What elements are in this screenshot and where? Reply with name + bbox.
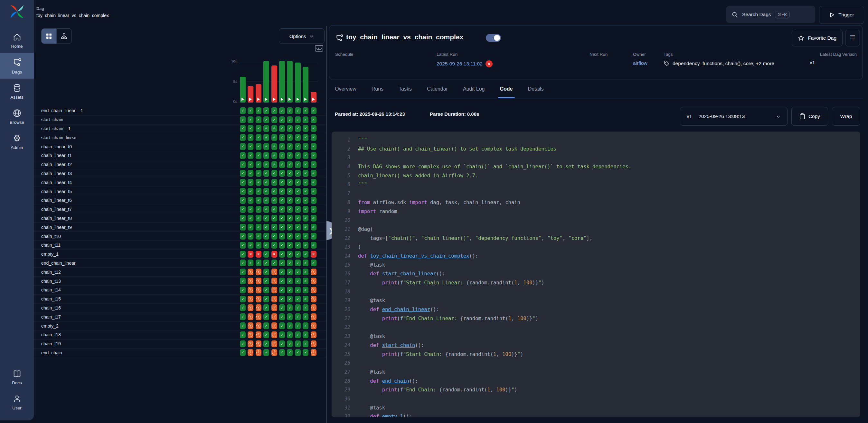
task-instance-success-icon[interactable]: ✓ bbox=[240, 269, 246, 275]
task-instance-success-icon[interactable]: ✓ bbox=[295, 170, 301, 177]
task-instance-success-icon[interactable]: ✓ bbox=[271, 143, 277, 150]
task-row[interactable]: chain_t19✓↑↑✓↑✓✓✓✓↑ bbox=[34, 339, 327, 348]
task-instance-success-icon[interactable]: ✓ bbox=[240, 259, 246, 266]
task-instance-success-icon[interactable]: ✓ bbox=[279, 116, 285, 123]
task-instance-success-icon[interactable]: ✓ bbox=[264, 287, 269, 293]
task-instance-success-icon[interactable]: ✓ bbox=[264, 313, 269, 320]
task-instance-success-icon[interactable]: ✓ bbox=[303, 215, 308, 222]
task-name[interactable]: chain_t12 bbox=[41, 270, 61, 275]
task-instance-upstream_failed-icon[interactable]: ↑ bbox=[248, 295, 253, 303]
task-instance-success-icon[interactable]: ✓ bbox=[295, 287, 301, 293]
tab-details[interactable]: Details bbox=[528, 80, 544, 98]
task-name[interactable]: chain_t17 bbox=[41, 314, 61, 319]
task-instance-upstream_failed-icon[interactable]: ↑ bbox=[271, 295, 277, 303]
task-instance-success-icon[interactable]: ✓ bbox=[279, 161, 285, 168]
task-instance-upstream_failed-icon[interactable]: ↑ bbox=[271, 340, 277, 347]
dag-run-bar[interactable] bbox=[295, 62, 301, 103]
task-instance-success-icon[interactable]: ✓ bbox=[287, 322, 293, 329]
dag-run-bar[interactable] bbox=[248, 86, 253, 103]
task-instance-success-icon[interactable]: ✓ bbox=[311, 179, 316, 186]
task-instance-success-icon[interactable]: ✓ bbox=[287, 170, 293, 177]
task-instance-success-icon[interactable]: ✓ bbox=[256, 107, 261, 114]
task-name[interactable]: end_chain_linear bbox=[41, 260, 76, 266]
task-instance-success-icon[interactable]: ✓ bbox=[303, 278, 308, 284]
task-instance-upstream_failed-icon[interactable]: ↑ bbox=[311, 349, 316, 356]
task-instance-success-icon[interactable]: ✓ bbox=[303, 340, 308, 347]
task-instance-success-icon[interactable]: ✓ bbox=[311, 206, 316, 213]
task-instance-success-icon[interactable]: ✓ bbox=[311, 188, 316, 195]
dag-run-bar[interactable] bbox=[240, 77, 246, 103]
task-instance-success-icon[interactable]: ✓ bbox=[295, 304, 301, 311]
task-name[interactable]: chain_t16 bbox=[41, 305, 61, 310]
task-row[interactable]: end_chain_linear__1✓✓✓✓✓✓✓✓✓✓ bbox=[34, 106, 327, 115]
task-instance-success-icon[interactable]: ✓ bbox=[240, 197, 246, 204]
task-instance-success-icon[interactable]: ✓ bbox=[240, 233, 246, 239]
task-instance-success-icon[interactable]: ✓ bbox=[287, 215, 293, 222]
task-instance-success-icon[interactable]: ✓ bbox=[303, 107, 308, 114]
task-instance-upstream_failed-icon[interactable]: ↑ bbox=[311, 269, 316, 275]
task-instance-success-icon[interactable]: ✓ bbox=[287, 152, 293, 159]
task-name[interactable]: empty_1 bbox=[41, 252, 59, 257]
task-instance-failed-icon[interactable]: ✕ bbox=[256, 251, 261, 258]
task-instance-success-icon[interactable]: ✓ bbox=[240, 278, 246, 284]
task-instance-success-icon[interactable]: ✓ bbox=[271, 161, 277, 168]
task-instance-failed-icon[interactable]: ✕ bbox=[248, 251, 253, 258]
task-instance-success-icon[interactable]: ✓ bbox=[311, 233, 316, 239]
task-instance-success-icon[interactable]: ✓ bbox=[240, 206, 246, 213]
task-instance-success-icon[interactable]: ✓ bbox=[303, 161, 308, 168]
task-name[interactable]: start_chain_linear bbox=[41, 135, 77, 140]
task-instance-success-icon[interactable]: ✓ bbox=[295, 134, 301, 141]
task-instance-success-icon[interactable]: ✓ bbox=[264, 179, 269, 186]
task-instance-success-icon[interactable]: ✓ bbox=[303, 313, 308, 320]
task-instance-success-icon[interactable]: ✓ bbox=[287, 313, 293, 320]
task-instance-success-icon[interactable]: ✓ bbox=[279, 278, 285, 284]
task-instance-upstream_failed-icon[interactable]: ↑ bbox=[248, 313, 253, 320]
task-instance-upstream_failed-icon[interactable]: ↑ bbox=[271, 278, 277, 284]
task-name[interactable]: chain_t15 bbox=[41, 296, 61, 302]
task-instance-success-icon[interactable]: ✓ bbox=[264, 349, 269, 356]
task-instance-success-icon[interactable]: ✓ bbox=[240, 304, 246, 311]
task-instance-success-icon[interactable]: ✓ bbox=[287, 269, 293, 275]
task-instance-success-icon[interactable]: ✓ bbox=[240, 215, 246, 222]
task-instance-success-icon[interactable]: ✓ bbox=[311, 242, 316, 249]
task-instance-upstream_failed-icon[interactable]: ↑ bbox=[248, 304, 253, 311]
task-instance-success-icon[interactable]: ✓ bbox=[287, 287, 293, 293]
failed-state-badge[interactable]: ✕ bbox=[486, 60, 493, 67]
task-instance-success-icon[interactable]: ✓ bbox=[311, 259, 316, 266]
task-instance-success-icon[interactable]: ✓ bbox=[256, 179, 261, 186]
task-instance-upstream_failed-icon[interactable]: ↑ bbox=[248, 332, 253, 338]
task-instance-success-icon[interactable]: ✓ bbox=[303, 224, 308, 230]
task-instance-success-icon[interactable]: ✓ bbox=[295, 143, 301, 150]
task-row[interactable]: end_chain✓↑↑✓↑✓✓✓✓↑ bbox=[34, 348, 327, 358]
task-instance-success-icon[interactable]: ✓ bbox=[240, 143, 246, 150]
task-instance-success-icon[interactable]: ✓ bbox=[248, 179, 253, 186]
task-instance-success-icon[interactable]: ✓ bbox=[303, 242, 308, 249]
task-instance-success-icon[interactable]: ✓ bbox=[295, 215, 301, 222]
task-instance-success-icon[interactable]: ✓ bbox=[287, 349, 293, 356]
task-instance-success-icon[interactable]: ✓ bbox=[240, 322, 246, 329]
task-instance-success-icon[interactable]: ✓ bbox=[279, 313, 285, 320]
task-instance-success-icon[interactable]: ✓ bbox=[287, 197, 293, 204]
task-instance-success-icon[interactable]: ✓ bbox=[264, 278, 269, 284]
task-row[interactable]: chain_linear_t3✓✓✓✓✓✓✓✓✓✓ bbox=[34, 169, 327, 178]
task-row[interactable]: chain_linear_t8✓✓✓✓✓✓✓✓✓✓ bbox=[34, 214, 327, 223]
task-name[interactable]: chain_t13 bbox=[41, 279, 61, 284]
task-instance-success-icon[interactable]: ✓ bbox=[287, 259, 293, 266]
task-name[interactable]: end_chain bbox=[41, 350, 62, 355]
task-instance-success-icon[interactable]: ✓ bbox=[264, 259, 269, 266]
task-instance-success-icon[interactable]: ✓ bbox=[240, 349, 246, 356]
task-instance-success-icon[interactable]: ✓ bbox=[271, 179, 277, 186]
task-instance-upstream_failed-icon[interactable]: ↑ bbox=[248, 278, 253, 284]
task-instance-success-icon[interactable]: ✓ bbox=[303, 304, 308, 311]
task-instance-success-icon[interactable]: ✓ bbox=[295, 233, 301, 239]
task-instance-success-icon[interactable]: ✓ bbox=[279, 206, 285, 213]
task-instance-success-icon[interactable]: ✓ bbox=[303, 125, 308, 132]
task-instance-success-icon[interactable]: ✓ bbox=[264, 322, 269, 329]
task-instance-success-icon[interactable]: ✓ bbox=[287, 224, 293, 230]
task-instance-success-icon[interactable]: ✓ bbox=[311, 197, 316, 204]
dag-pause-toggle[interactable] bbox=[486, 34, 501, 42]
task-row[interactable]: start_chain✓✓✓✓✓✓✓✓✓✓ bbox=[34, 115, 327, 124]
task-instance-success-icon[interactable]: ✓ bbox=[311, 116, 316, 123]
task-instance-success-icon[interactable]: ✓ bbox=[256, 116, 261, 123]
task-row[interactable]: chain_linear_t6✓✓✓✓✓✓✓✓✓✓ bbox=[34, 196, 327, 205]
